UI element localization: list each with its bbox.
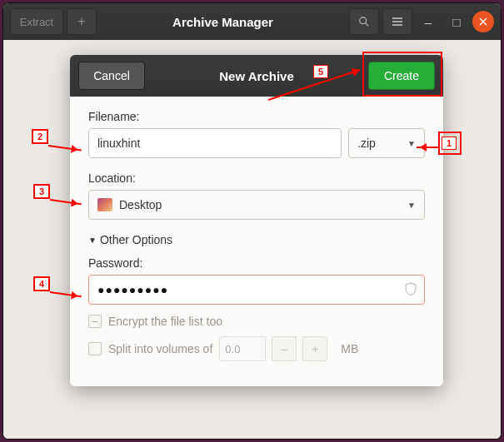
location-select[interactable]: Desktop ▼	[88, 190, 425, 220]
close-icon	[479, 17, 487, 26]
split-volumes-row: Split into volumes of – + MB	[88, 336, 425, 361]
new-archive-button[interactable]: +	[67, 8, 97, 35]
password-input[interactable]	[88, 275, 425, 305]
minimize-button[interactable]: –	[416, 11, 441, 32]
split-size-input[interactable]	[219, 336, 266, 361]
location-value: Desktop	[119, 198, 162, 211]
hamburger-icon	[392, 17, 403, 27]
cancel-button[interactable]: Cancel	[78, 62, 145, 90]
dialog-header: Cancel New Archive Create	[70, 55, 443, 97]
chevron-down-icon: ▼	[407, 201, 416, 210]
desktop-icon	[97, 198, 112, 211]
encrypt-checkbox: –	[88, 315, 102, 328]
svg-line-1	[366, 23, 369, 27]
encrypt-filelist-row: – Encrypt the file list too	[88, 315, 425, 328]
other-options-label: Other Options	[100, 233, 172, 246]
archive-manager-window: Extract + Archive Manager – □ Cancel New…	[3, 3, 501, 439]
extract-button[interactable]: Extract	[10, 8, 63, 35]
shield-icon[interactable]	[403, 281, 418, 296]
search-icon	[358, 16, 370, 27]
encrypt-label: Encrypt the file list too	[108, 315, 222, 328]
extension-value: .zip	[357, 137, 376, 150]
hamburger-menu-button[interactable]	[382, 8, 412, 35]
svg-point-0	[360, 17, 367, 24]
filename-label: Filename:	[88, 110, 425, 123]
location-label: Location:	[88, 171, 425, 185]
other-options-expander[interactable]: ▼ Other Options	[88, 233, 425, 246]
split-unit-label: MB	[341, 342, 358, 355]
filename-input[interactable]	[88, 128, 342, 158]
split-checkbox[interactable]	[88, 342, 102, 355]
close-button[interactable]	[472, 11, 494, 32]
extension-select[interactable]: .zip ▼	[348, 128, 425, 158]
dialog-title: New Archive	[145, 69, 368, 83]
chevron-down-icon: ▼	[407, 139, 416, 148]
dialog-body: Filename: .zip ▼ Location: Desktop ▼ ▼	[70, 97, 443, 386]
new-archive-dialog: Cancel New Archive Create Filename: .zip…	[70, 55, 443, 386]
split-label: Split into volumes of	[108, 342, 212, 355]
triangle-down-icon: ▼	[88, 236, 97, 245]
maximize-button[interactable]: □	[444, 11, 469, 32]
split-increment-button[interactable]: +	[302, 336, 327, 361]
split-decrement-button[interactable]: –	[272, 336, 297, 361]
search-button[interactable]	[349, 8, 379, 35]
password-label: Password:	[88, 256, 425, 270]
create-button[interactable]: Create	[368, 62, 435, 90]
titlebar: Extract + Archive Manager – □	[3, 3, 501, 40]
window-title: Archive Manager	[100, 15, 346, 29]
